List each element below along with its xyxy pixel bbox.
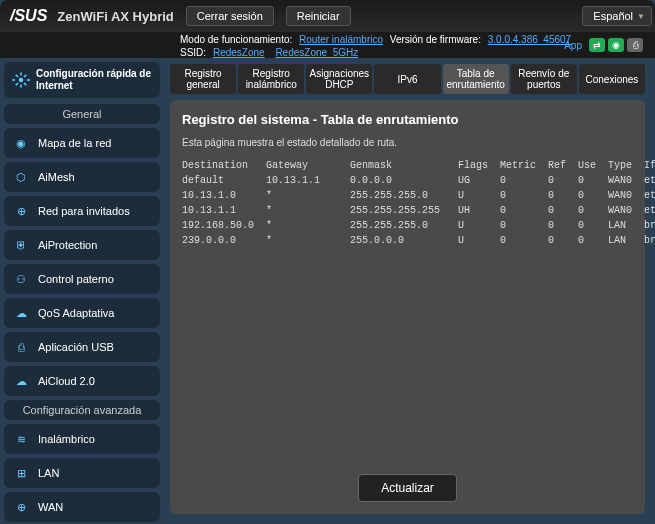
status-icon-2[interactable]: ◉	[608, 38, 624, 52]
nav-wireless-label: Inalámbrico	[38, 433, 95, 445]
tab-dhcp[interactable]: Asignaciones DHCP	[306, 64, 372, 94]
nav-network-map-label: Mapa de la red	[38, 137, 111, 149]
nav-wireless[interactable]: ≋Inalámbrico	[4, 424, 160, 454]
nav-aicloud-icon: ☁	[12, 372, 30, 390]
panel: Registro del sistema - Tabla de enrutami…	[170, 100, 645, 514]
nav-qos[interactable]: ☁QoS Adaptativa	[4, 298, 160, 328]
nav-parental-icon: ⚇	[12, 270, 30, 288]
nav-aiprotection-label: AiProtection	[38, 239, 97, 251]
nav-qos-label: QoS Adaptativa	[38, 307, 114, 319]
brand-logo: /SUS	[10, 7, 47, 25]
nav-parental[interactable]: ⚇Control paterno	[4, 264, 160, 294]
mode-label: Modo de funcionamiento:	[180, 34, 292, 45]
panel-title: Registro del sistema - Tabla de enrutami…	[182, 112, 633, 127]
nav-lan[interactable]: ⊞LAN	[4, 458, 160, 488]
top-bar: /SUS ZenWiFi AX Hybrid Cerrar sesión Rei…	[0, 0, 655, 32]
nav-parental-label: Control paterno	[38, 273, 114, 285]
nav-lan-label: LAN	[38, 467, 59, 479]
ssid-label: SSID:	[180, 47, 206, 58]
nav-usb-icon: ⎙	[12, 338, 30, 356]
panel-desc: Esta página muestra el estado detallado …	[182, 137, 633, 148]
tab-bar: Registro generalRegistro inalámbricoAsig…	[170, 64, 645, 94]
nav-lan-icon: ⊞	[12, 464, 30, 482]
tab-conn[interactable]: Conexiones	[579, 64, 645, 94]
nav-aimesh-label: AiMesh	[38, 171, 75, 183]
nav-aicloud-label: AiCloud 2.0	[38, 375, 95, 387]
reboot-button[interactable]: Reiniciar	[286, 6, 351, 26]
gear-wrench-icon	[12, 68, 30, 92]
status-icon-1[interactable]: ⇄	[589, 38, 605, 52]
section-general: General	[4, 104, 160, 124]
fw-label: Versión de firmware:	[390, 34, 481, 45]
quick-setup[interactable]: Configuración rápida de Internet	[4, 62, 160, 98]
nav-aiprotection-icon: ⛨	[12, 236, 30, 254]
logout-button[interactable]: Cerrar sesión	[186, 6, 274, 26]
fw-link[interactable]: 3.0.0.4.386_45607	[488, 34, 571, 45]
nav-aicloud[interactable]: ☁AiCloud 2.0	[4, 366, 160, 396]
ssid-link-0[interactable]: RedesZone	[213, 47, 265, 58]
chevron-down-icon: ▼	[637, 12, 645, 21]
nav-wan[interactable]: ⊕WAN	[4, 492, 160, 522]
app-link[interactable]: App	[560, 38, 586, 52]
info-bar: Modo de funcionamiento: Router inalámbri…	[0, 32, 655, 58]
nav-guest[interactable]: ⊕Red para invitados	[4, 196, 160, 226]
tab-general[interactable]: Registro general	[170, 64, 236, 94]
tab-wireless[interactable]: Registro inalámbrico	[238, 64, 304, 94]
nav-aimesh[interactable]: ⬡AiMesh	[4, 162, 160, 192]
tab-routing[interactable]: Tabla de enrutamiento	[443, 64, 509, 94]
nav-usb-label: Aplicación USB	[38, 341, 114, 353]
nav-guest-icon: ⊕	[12, 202, 30, 220]
nav-aimesh-icon: ⬡	[12, 168, 30, 186]
tab-ipv6[interactable]: IPv6	[374, 64, 440, 94]
nav-network-map[interactable]: ◉Mapa de la red	[4, 128, 160, 158]
tab-portfwd[interactable]: Reenvío de puertos	[511, 64, 577, 94]
nav-guest-label: Red para invitados	[38, 205, 130, 217]
status-icon-3[interactable]: ⎙	[627, 38, 643, 52]
nav-aiprotection[interactable]: ⛨AiProtection	[4, 230, 160, 260]
nav-wan-label: WAN	[38, 501, 63, 513]
nav-usb[interactable]: ⎙Aplicación USB	[4, 332, 160, 362]
nav-wireless-icon: ≋	[12, 430, 30, 448]
routing-table: Destination Gateway Genmask Flags Metric…	[182, 158, 633, 248]
ssid-link-1[interactable]: RedesZone_5GHz	[275, 47, 358, 58]
section-advanced: Configuración avanzada	[4, 400, 160, 420]
update-button[interactable]: Actualizar	[358, 474, 457, 502]
main-content: Registro generalRegistro inalámbricoAsig…	[164, 58, 655, 524]
nav-wan-icon: ⊕	[12, 498, 30, 516]
nav-qos-icon: ☁	[12, 304, 30, 322]
svg-point-0	[19, 78, 24, 83]
nav-network-map-icon: ◉	[12, 134, 30, 152]
model-name: ZenWiFi AX Hybrid	[57, 9, 173, 24]
mode-link[interactable]: Router inalámbrico	[299, 34, 383, 45]
quick-setup-label: Configuración rápida de Internet	[36, 68, 152, 92]
sidebar: Configuración rápida de Internet General…	[0, 58, 164, 524]
